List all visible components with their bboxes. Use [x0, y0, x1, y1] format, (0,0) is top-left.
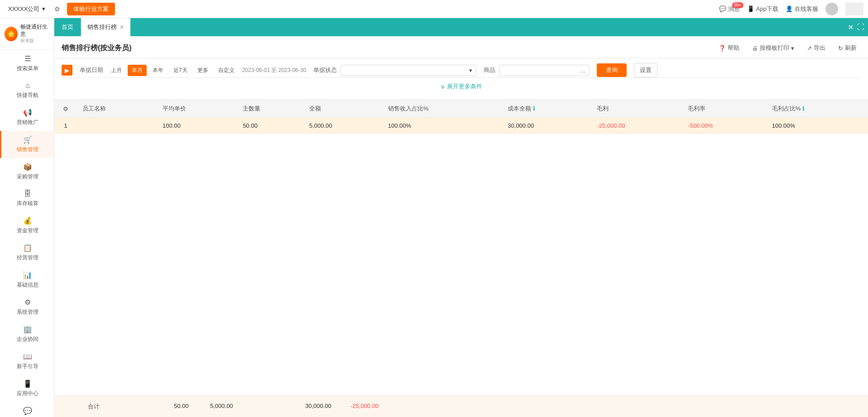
table-container: ⚙ 员工名称 平均单价 主数量 全额 销售收入占比% 成本全额 ℹ	[54, 100, 868, 396]
sidebar-item-quick-nav[interactable]: ⌂ 快捷导航	[0, 77, 54, 104]
filter-bar: ▶ 单据日期 上月 本月 本年 近7天 更多 自定义 2023-06-01 至 …	[54, 58, 868, 100]
cost-info-icon[interactable]: ℹ	[533, 105, 535, 112]
sidebar-label-app-center: 应用中心	[17, 390, 38, 398]
status-select[interactable]: ▾	[340, 65, 476, 76]
export-button[interactable]: ↗ 导出	[803, 42, 830, 54]
date-btn-this-year[interactable]: 本年	[149, 65, 168, 76]
sales-icon: 🛒	[23, 135, 32, 144]
sidebar-item-wechat[interactable]: 💬 企业微信	[0, 402, 54, 417]
settings-icon[interactable]: ⚙	[51, 3, 63, 15]
online-service-button[interactable]: 👤 在线客服	[786, 5, 818, 13]
user-name-area[interactable]	[845, 3, 863, 15]
date-btn-last-month[interactable]: 上月	[107, 65, 126, 76]
tab-close-window-icon[interactable]: ✕	[848, 23, 854, 32]
gross-pct-info-icon[interactable]: ℹ	[802, 105, 805, 112]
th-settings: ⚙	[54, 100, 77, 118]
cell-cost: 30,000.00	[502, 118, 591, 134]
footer-sales-pct	[250, 401, 300, 412]
expand-more-button[interactable]: ∨ 展开更多条件	[436, 81, 487, 92]
date-btn-custom[interactable]: 自定义	[214, 65, 239, 76]
filter-row-1: ▶ 单据日期 上月 本月 本年 近7天 更多 自定义 2023-06-01 至 …	[62, 63, 861, 77]
main-layout: 🌟 畅捷通好生意 标准版 ☰ 搜索菜单 ⌂ 快捷导航 📢 营销推广 🛒 销售管理…	[0, 18, 868, 417]
table-row: 1 100.00 50.00 5,000.00 100.00% 30,000.0…	[54, 118, 868, 134]
sidebar-item-basic-info[interactable]: 📊 基础信息	[0, 266, 54, 293]
tab-close-icon[interactable]: ✕	[120, 24, 124, 30]
content-area: 首页 销售排行榜 ✕ ✕ ⛶ 销售排行榜(按业务员) ❓ 帮助	[54, 18, 868, 417]
footer-main-qty: 50.00	[168, 401, 205, 412]
sidebar-item-system[interactable]: ⚙ 系统管理	[0, 293, 54, 321]
cell-gross: -25,000.00	[591, 118, 682, 134]
settings-button[interactable]: 设置	[634, 63, 657, 77]
help-icon: ❓	[719, 45, 726, 52]
sidebar-label-finance: 资金管理	[17, 227, 38, 235]
date-range-display: 2023-06-01 至 2023-06-30	[242, 67, 306, 74]
sidebar-label-guide: 新手引导	[17, 363, 38, 370]
cell-gross-pct: 100.00%	[767, 118, 868, 134]
query-button[interactable]: 查询	[597, 63, 627, 77]
avatar[interactable]	[825, 3, 838, 15]
company-selector[interactable]: XXXXX公司 ▾	[5, 3, 49, 15]
tab-fullscreen-icon[interactable]: ⛶	[857, 23, 864, 31]
sidebar-item-purchase[interactable]: 📦 采购管理	[0, 158, 54, 185]
help-button[interactable]: ❓ 帮助	[715, 42, 743, 54]
goods-more-icon: …	[580, 67, 585, 74]
date-filter-group: 单据日期 上月 本月 本年 近7天 更多 自定义 2023-06-01 至 20…	[80, 65, 306, 76]
th-gross-rate: 毛利率	[682, 100, 767, 118]
expand-row: ∨ 展开更多条件	[62, 77, 861, 95]
sidebar-item-search-order[interactable]: ☰ 搜索菜单	[0, 50, 54, 77]
chevron-down-more-icon: ∨	[441, 83, 445, 90]
sidebar-item-enterprise[interactable]: 🏢 企业协同	[0, 321, 54, 348]
basic-info-icon: 📊	[23, 271, 32, 279]
sidebar-label-operations: 经营管理	[17, 254, 38, 262]
th-main-qty: 主数量	[237, 100, 304, 118]
message-button[interactable]: 💬 消息 99+	[719, 5, 740, 13]
sidebar-item-inventory[interactable]: 🗄 库存核算	[0, 185, 54, 212]
refresh-label: 刷新	[845, 44, 857, 52]
filter-toggle-icon[interactable]: ▶	[62, 65, 72, 76]
th-amount: 全额	[304, 100, 383, 118]
sidebar-item-app-center[interactable]: 📱 应用中心	[0, 375, 54, 402]
expand-label: 展开更多条件	[447, 82, 482, 91]
tab-sales-ranking[interactable]: 销售排行榜 ✕	[81, 18, 130, 36]
sidebar-item-sales[interactable]: 🛒 销售管理	[0, 131, 54, 158]
footer-gross-pct	[436, 401, 481, 412]
footer-cost: 30,000.00	[300, 401, 345, 412]
export-icon: ↗	[807, 45, 812, 52]
top-right-area: 💬 消息 99+ 📱 App下载 👤 在线客服	[719, 3, 863, 15]
template-print-button[interactable]: 🖨 按模板打印 ▾	[748, 42, 798, 54]
header-actions: ❓ 帮助 🖨 按模板打印 ▾ ↗ 导出 ↻ 刷新	[715, 42, 861, 54]
trial-button[interactable]: 体验行业方案	[67, 3, 115, 15]
company-name: XXXXX公司	[8, 5, 39, 13]
sidebar-label-system: 系统管理	[17, 308, 38, 316]
sidebar-item-finance[interactable]: 💰 资金管理	[0, 212, 54, 239]
goods-select[interactable]: …	[499, 65, 590, 76]
operations-icon: 📋	[23, 244, 32, 252]
sidebar-item-guide[interactable]: 📖 新手引导	[0, 348, 54, 375]
sidebar-item-operations[interactable]: 📋 经营管理	[0, 239, 54, 266]
online-service-label: 在线客服	[795, 5, 818, 13]
template-print-label: 按模板打印	[760, 44, 789, 52]
cell-rank: 1	[54, 118, 77, 134]
date-btn-more[interactable]: 更多	[193, 65, 212, 76]
tab-home[interactable]: 首页	[54, 18, 81, 36]
date-btn-this-month[interactable]: 本月	[128, 65, 147, 76]
cell-name	[77, 118, 157, 134]
sidebar-item-marketing[interactable]: 📢 营销推广	[0, 104, 54, 131]
date-btn-last-7-days[interactable]: 近7天	[169, 65, 192, 76]
tab-current-label: 销售排行榜	[87, 23, 117, 31]
quick-nav-icon: ⌂	[25, 81, 30, 90]
inventory-icon: 🗄	[24, 190, 31, 198]
print-chevron-icon: ▾	[791, 45, 794, 52]
search-order-icon: ☰	[24, 54, 31, 63]
app-download-button[interactable]: 📱 App下载	[747, 5, 778, 13]
sidebar-label-search: 搜索菜单	[17, 65, 38, 72]
logo-text-area: 畅捷通好生意 标准版	[20, 24, 49, 44]
refresh-icon: ↻	[838, 45, 843, 52]
footer-amount: 5,000.00	[205, 401, 250, 412]
refresh-button[interactable]: ↻ 刷新	[834, 42, 861, 54]
tab-bar: 首页 销售排行榜 ✕ ✕ ⛶	[54, 18, 868, 36]
message-badge: 99+	[732, 2, 743, 8]
export-label: 导出	[814, 44, 825, 52]
ranking-table: ⚙ 员工名称 平均单价 主数量 全额 销售收入占比% 成本全额 ℹ	[54, 100, 868, 134]
footer-empty	[60, 401, 82, 412]
